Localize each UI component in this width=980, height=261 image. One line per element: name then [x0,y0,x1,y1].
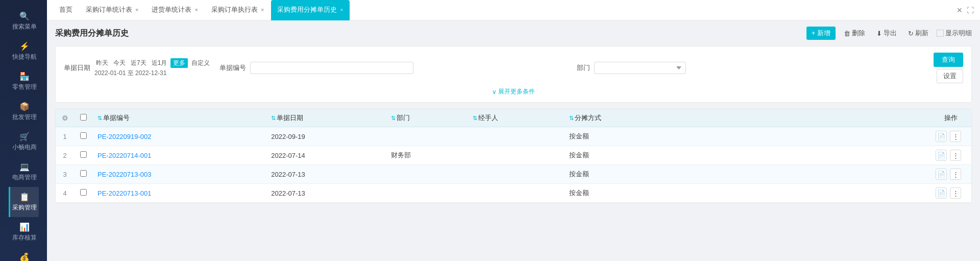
close-window-icon[interactable]: ✕ [957,6,963,14]
row-order-no-link-0[interactable]: PE-20220919-002 [97,133,152,140]
sidebar-item-ecommerce[interactable]: 💻电商管理 [9,157,39,187]
view-action-3[interactable]: 📄 [936,187,947,199]
col-date[interactable]: ⇅单据日期 [266,109,385,127]
sidebar-icon-quick-nav: ⚡ [19,41,30,51]
row-split-method-0: 按金额 [564,127,930,146]
view-action-2[interactable]: 📄 [936,169,947,180]
tab-home[interactable]: 首页 [53,0,79,20]
actions-cell-1: 📄 ⋮ [936,150,966,161]
expand-conditions[interactable]: ∨ 展开更多条件 [64,87,963,96]
shortcut-1month[interactable]: 近1月 [150,58,169,68]
actions-cell-0: 📄 ⋮ [936,131,966,142]
row-select-checkbox-1[interactable] [80,151,87,158]
row-date-1: 2022-07-14 [266,146,385,165]
sort-icon-date: ⇅ [271,115,276,121]
tab-close-purchase-goods-stats[interactable]: × [194,7,198,13]
toolbar: + 新增 🗑 删除 ⬇ 导出 ↻ 刷新 显示明细 [806,27,972,40]
sidebar-item-quick-nav[interactable]: ⚡快捷导航 [9,36,39,66]
row-order-no-link-3[interactable]: PE-20220713-001 [97,189,152,197]
add-button[interactable]: + 新增 [806,27,836,40]
row-order-no-link-1[interactable]: PE-20220714-001 [97,152,152,159]
tabs-bar: 首页采购订单统计表×进货单统计表×采购订单执行表×采购费用分摊单历史× ✕ ⛶ [47,0,980,20]
department-filter-item: 部门 [577,62,925,74]
query-button[interactable]: 查询 [934,53,963,67]
tab-close-purchase-order-stats[interactable]: × [135,7,138,13]
sidebar-item-search[interactable]: 🔍搜索菜单 [9,6,39,36]
delete-icon: 🗑 [844,30,850,37]
col-department[interactable]: ⇅部门 [386,109,468,127]
export-button[interactable]: ⬇ 导出 [873,27,900,40]
order-no-filter-item: 单据编号 [219,62,568,74]
sort-icon-order-no: ⇅ [97,115,102,121]
tab-purchase-order-stats[interactable]: 采购订单统计表× [80,0,144,20]
row-order-no-2: PE-20220713-003 [92,165,266,184]
date-range-text: 2022-01-01 至 2022-12-31 [94,69,211,78]
maximize-window-icon[interactable]: ⛶ [967,6,974,14]
shortcut-more[interactable]: 更多 [170,58,188,68]
col-order-no[interactable]: ⇅单据编号 [92,109,266,127]
sidebar-icon-finance: 💰 [19,252,30,261]
row-handler-1 [468,146,565,165]
more-action-1[interactable]: ⋮ [950,150,961,161]
row-num-1: 2 [56,146,74,165]
date-shortcuts: 昨天 今天 近7天 近1月 更多 自定义 [94,58,211,68]
sidebar-icon-ecommerce: 💻 [19,162,30,172]
tab-purchase-goods-stats[interactable]: 进货单统计表× [145,0,204,20]
delete-button[interactable]: 🗑 删除 [841,27,868,40]
row-select-checkbox-2[interactable] [80,170,87,177]
tab-purchase-order-exec[interactable]: 采购订单执行表× [205,0,270,20]
refresh-button[interactable]: ↻ 刷新 [905,27,932,40]
tab-close-purchase-order-exec[interactable]: × [261,7,264,13]
refresh-icon: ↻ [908,30,914,37]
shortcut-custom[interactable]: 自定义 [190,58,211,68]
show-columns-checkbox[interactable] [937,30,944,37]
shortcut-7days[interactable]: 近7天 [129,58,148,68]
order-no-input[interactable] [250,62,413,74]
sidebar-label-inventory: 库存核算 [12,233,37,242]
sidebar-item-inventory[interactable]: 📊库存核算 [9,217,39,247]
sidebar-item-ecommerce-small[interactable]: 🛒小畅电商 [9,127,39,157]
department-select[interactable] [594,62,686,74]
sidebar-item-finance[interactable]: 💰资金管理 [9,247,39,261]
row-order-no-0: PE-20220919-002 [92,127,266,146]
row-select-checkbox-3[interactable] [80,189,87,196]
more-action-2[interactable]: ⋮ [950,169,961,180]
col-handler[interactable]: ⇅经手人 [468,109,565,127]
shortcut-yesterday[interactable]: 昨天 [94,58,110,68]
sidebar-item-retail[interactable]: 🏪零售管理 [9,66,39,97]
row-handler-2 [468,165,565,184]
view-action-0[interactable]: 📄 [936,131,947,142]
tab-label-purchase-order-exec: 采购订单执行表 [211,5,258,14]
settings-icon[interactable]: ⚙ [62,114,68,122]
more-action-3[interactable]: ⋮ [950,187,961,199]
row-checkbox-3 [74,184,92,203]
col-split-method[interactable]: ⇅分摊方式 [564,109,930,127]
sidebar-item-purchase[interactable]: 📋采购管理 [9,187,39,217]
more-action-0[interactable]: ⋮ [950,131,961,142]
row-date-3: 2022-07-13 [266,184,385,203]
sidebar-icon-inventory: 📊 [19,222,30,232]
show-columns-toggle[interactable]: 显示明细 [937,29,972,38]
chevron-down-icon: ∨ [492,88,497,96]
sidebar: 🔍搜索菜单⚡快捷导航🏪零售管理📦批发管理🛒小畅电商💻电商管理📋采购管理📊库存核算… [0,0,47,261]
view-action-1[interactable]: 📄 [936,150,947,161]
sort-icon-handler: ⇅ [473,115,477,121]
row-order-no-link-2[interactable]: PE-20220713-003 [97,171,152,178]
select-all-checkbox[interactable] [80,114,87,121]
tab-close-purchase-cost-split[interactable]: × [340,7,343,13]
sidebar-icon-search: 🔍 [19,11,30,21]
row-checkbox-0 [74,127,92,146]
row-num-2: 3 [56,165,74,184]
filter-settings-button[interactable]: 设置 [937,69,963,83]
table-row: 4 PE-20220713-001 2022-07-13 按金额 📄 ⋮ [56,184,971,203]
sidebar-item-wholesale[interactable]: 📦批发管理 [9,97,39,127]
row-num-0: 1 [56,127,74,146]
sidebar-label-retail: 零售管理 [12,83,37,91]
date-filter-controls: 昨天 今天 近7天 近1月 更多 自定义 2022-01-01 至 2022-1… [94,58,211,78]
sidebar-label-wholesale: 批发管理 [12,113,37,122]
row-select-checkbox-0[interactable] [80,132,87,139]
sidebar-icon-wholesale: 📦 [19,102,30,111]
tab-purchase-cost-split[interactable]: 采购费用分摊单历史× [271,0,349,20]
col-settings[interactable]: ⚙ [56,109,74,127]
shortcut-today[interactable]: 今天 [112,58,127,68]
